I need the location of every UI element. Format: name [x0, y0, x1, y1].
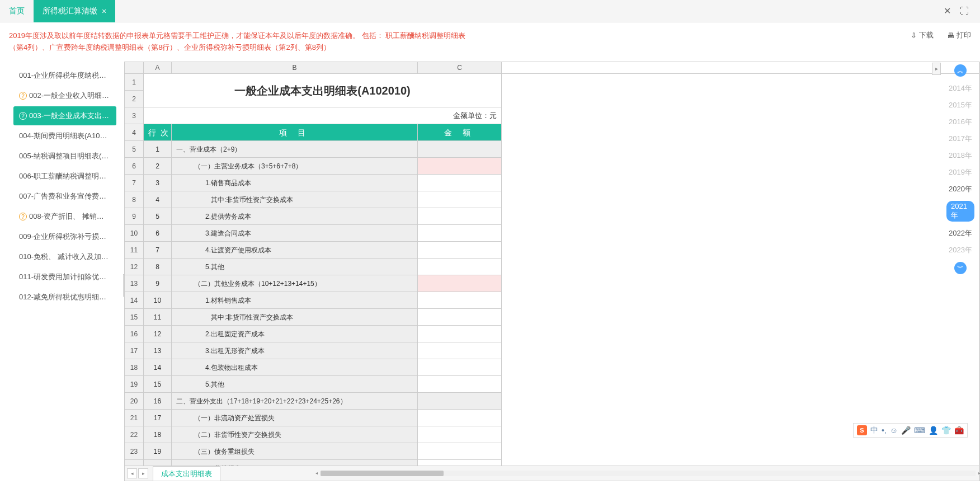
sidebar-item-6[interactable]: 007-广告费和业务宣传费跨... — [13, 187, 116, 206]
row-header[interactable]: 2 — [125, 91, 144, 107]
year-2019年[interactable]: 2019年 — [949, 167, 972, 177]
row-header[interactable]: 15 — [125, 309, 144, 326]
year-2014年[interactable]: 2014年 — [949, 83, 972, 93]
cell-amount[interactable] — [418, 158, 502, 175]
cell-amount[interactable] — [418, 225, 502, 242]
row-header[interactable]: 11 — [125, 242, 144, 259]
close-window-icon[interactable]: ✕ — [944, 6, 951, 16]
ime-person-icon[interactable]: 👤 — [929, 426, 938, 435]
cell-amount[interactable] — [418, 426, 502, 443]
row-header[interactable]: 10 — [125, 225, 144, 242]
row-header[interactable]: 24 — [125, 460, 144, 466]
row-header[interactable]: 3 — [125, 107, 144, 124]
cell-amount[interactable] — [418, 259, 502, 275]
row-header[interactable]: 7 — [125, 175, 144, 191]
cell-rownum: 15 — [144, 376, 172, 393]
cell-amount[interactable] — [418, 443, 502, 460]
cell-amount[interactable] — [418, 410, 502, 426]
tab-active[interactable]: 所得税汇算清缴 × — [34, 0, 115, 22]
ime-keyboard-icon[interactable]: ⌨ — [914, 426, 925, 435]
row-header[interactable]: 13 — [125, 275, 144, 292]
cell-amount[interactable] — [418, 309, 502, 326]
year-2016年[interactable]: 2016年 — [949, 117, 972, 127]
sidebar-item-3[interactable]: 004-期间费用明细表(A1040... — [13, 126, 116, 145]
row-header[interactable]: 18 — [125, 359, 144, 376]
horizontal-scrollbar[interactable]: ◂ ▸ — [321, 471, 976, 476]
scroll-left-icon[interactable]: ◂ — [314, 471, 319, 476]
sidebar-item-4[interactable]: 005-纳税调整项目明细表(A... — [13, 147, 116, 166]
sidebar-item-8[interactable]: 009-企业所得税弥补亏损明... — [13, 227, 116, 246]
year-2021年[interactable]: 2021年 — [946, 201, 974, 222]
row-header[interactable]: 1 — [125, 74, 144, 91]
cell-amount[interactable] — [418, 242, 502, 259]
cell-item: （三）债务重组损失 — [172, 443, 418, 460]
row-header[interactable]: 16 — [125, 326, 144, 342]
tab-home[interactable]: 首页 — [0, 0, 34, 22]
cell-amount[interactable] — [418, 275, 502, 292]
sheet-nav-first[interactable]: ◂ — [127, 468, 137, 478]
year-2017年[interactable]: 2017年 — [949, 134, 972, 144]
sidebar-item-2[interactable]: ?003-一般企业成本支出明细... — [13, 106, 116, 125]
expand-right-icon[interactable]: ▸ — [932, 63, 941, 75]
sidebar-item-11[interactable]: 012-减免所得税优惠明细表(... — [13, 288, 116, 307]
cell-amount[interactable] — [418, 326, 502, 342]
cell-amount[interactable] — [418, 376, 502, 393]
scroll-thumb[interactable] — [321, 471, 444, 476]
row-header[interactable]: 21 — [125, 410, 144, 426]
cell-amount[interactable] — [418, 342, 502, 359]
ime-lang[interactable]: 中 — [870, 425, 878, 435]
year-2020年[interactable]: 2020年 — [949, 184, 972, 194]
cell-amount[interactable] — [418, 359, 502, 376]
ime-logo-icon[interactable]: S — [857, 425, 867, 435]
print-button[interactable]: 🖶打印 — [947, 30, 971, 40]
sidebar-item-0[interactable]: 001-企业所得税年度纳税申... — [13, 66, 116, 85]
scroll-right-icon[interactable]: ▸ — [977, 471, 980, 476]
ime-punct-icon[interactable]: •, — [882, 426, 887, 435]
cell-amount[interactable] — [418, 141, 502, 158]
ime-toolbox-icon[interactable]: 🧰 — [954, 426, 964, 435]
row-header[interactable]: 17 — [125, 342, 144, 359]
fullscreen-icon[interactable]: ⛶ — [960, 6, 969, 16]
cell-amount[interactable] — [418, 175, 502, 191]
help-icon: ? — [19, 92, 27, 100]
ime-emoji-icon[interactable]: ☺ — [890, 426, 898, 435]
ime-skin-icon[interactable]: 👕 — [941, 426, 951, 435]
year-down-icon[interactable]: ︾ — [954, 262, 967, 274]
sheet-nav-last[interactable]: ▸ — [138, 468, 148, 478]
sidebar-item-label: 011-研发费用加计扣除优惠... — [19, 273, 112, 281]
row-header[interactable]: 8 — [125, 191, 144, 208]
ime-mic-icon[interactable]: 🎤 — [901, 426, 911, 435]
row-header[interactable]: 12 — [125, 259, 144, 275]
row-header[interactable]: 22 — [125, 426, 144, 443]
year-2018年[interactable]: 2018年 — [949, 151, 972, 161]
row-header[interactable]: 5 — [125, 141, 144, 158]
year-2023年[interactable]: 2023年 — [949, 245, 972, 255]
sidebar-item-7[interactable]: ?008-资产折旧、 摊销及纳税... — [13, 207, 116, 226]
sheet-tab[interactable]: 成本支出明细表 — [153, 466, 220, 481]
cell-amount[interactable] — [418, 292, 502, 309]
row-header[interactable]: 23 — [125, 443, 144, 460]
row-header[interactable]: 9 — [125, 208, 144, 225]
row-header[interactable]: 14 — [125, 292, 144, 309]
row-header[interactable]: 20 — [125, 393, 144, 410]
row-header[interactable]: 19 — [125, 376, 144, 393]
close-icon[interactable]: × — [102, 7, 106, 16]
col-header-A[interactable]: A — [144, 62, 172, 73]
select-all-corner[interactable] — [125, 62, 144, 73]
cell-amount[interactable] — [418, 460, 502, 466]
year-up-icon[interactable]: ︽ — [954, 64, 967, 77]
download-button[interactable]: ⇩下载 — [911, 30, 934, 40]
cell-amount[interactable] — [418, 208, 502, 225]
cell-amount[interactable] — [418, 191, 502, 208]
col-header-C[interactable]: C — [418, 62, 502, 73]
row-header[interactable]: 4 — [125, 124, 144, 141]
sidebar-item-9[interactable]: 010-免税、 减计收入及加计... — [13, 247, 116, 266]
col-header-B[interactable]: B — [172, 62, 418, 73]
year-2015年[interactable]: 2015年 — [949, 100, 972, 110]
cell-amount[interactable] — [418, 393, 502, 410]
sidebar-item-5[interactable]: 006-职工薪酬纳税调整明细... — [13, 167, 116, 186]
row-header[interactable]: 6 — [125, 158, 144, 175]
sidebar-item-10[interactable]: 011-研发费用加计扣除优惠... — [13, 267, 116, 286]
sidebar-item-1[interactable]: ?002-一般企业收入明细表(A10... — [13, 86, 116, 105]
year-2022年[interactable]: 2022年 — [949, 228, 972, 238]
